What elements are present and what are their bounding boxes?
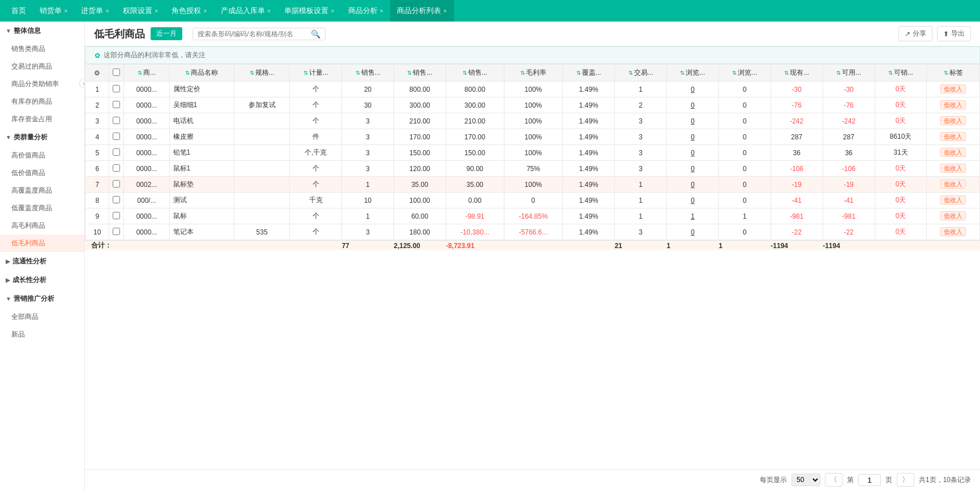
next-page-button[interactable]: 〉 <box>897 473 914 487</box>
row-name: 测试 <box>169 193 234 208</box>
share-button[interactable]: ↗ 分享 <box>898 26 932 41</box>
sidebar-section-liquidity[interactable]: ▶ 流通性分析 <box>0 252 84 271</box>
row-checkbox[interactable] <box>109 177 124 193</box>
row-view1[interactable]: 0 <box>667 82 719 97</box>
nav-template-settings[interactable]: 单据模板设置 × <box>277 0 341 22</box>
nav-role-auth[interactable]: 角色授权 × <box>165 0 213 22</box>
row-checkbox[interactable] <box>109 129 124 145</box>
row-checkbox[interactable] <box>109 97 124 113</box>
col-coverage[interactable]: ⇅覆盖... <box>563 65 615 82</box>
nav-product-analysis[interactable]: 商品分析 × <box>341 0 390 22</box>
select-all-checkbox[interactable] <box>113 69 120 76</box>
sidebar-item-stock-products[interactable]: 有库存的商品 <box>0 93 84 110</box>
row-sales-amt: 800.00 <box>394 82 446 97</box>
row-view1[interactable]: 0 <box>667 161 719 177</box>
sidebar-item-sales-products[interactable]: 销售类商品 <box>0 40 84 58</box>
col-settings[interactable]: ⚙ <box>85 65 109 82</box>
nav-product-analysis-list[interactable]: 商品分析列表 × <box>390 0 453 22</box>
close-icon[interactable]: × <box>443 7 447 14</box>
close-icon[interactable]: × <box>155 7 158 14</box>
row-view1[interactable]: 1 <box>667 208 719 224</box>
nav-purchase-order[interactable]: 进货单 × <box>74 0 115 22</box>
row-view1[interactable]: 0 <box>667 145 719 161</box>
col-sales-profit[interactable]: ⇅销售... <box>446 65 504 82</box>
col-code[interactable]: ⇅商... <box>124 65 169 82</box>
col-view2[interactable]: ⇅浏览... <box>718 65 771 82</box>
row-view1[interactable]: 0 <box>667 129 719 145</box>
row-name: 鼠标1 <box>169 161 234 177</box>
sidebar-section-growth[interactable]: ▶ 成长性分析 <box>0 271 84 289</box>
search-input[interactable] <box>198 30 311 38</box>
row-code: 0000... <box>124 161 169 177</box>
sidebar-section-marketing[interactable]: ▼ 营销推广分析 <box>0 289 84 308</box>
close-icon[interactable]: × <box>267 7 271 14</box>
col-gross-margin[interactable]: ⇅毛利率 <box>504 65 563 82</box>
sidebar-item-low-coverage[interactable]: 低覆盖度商品 <box>0 199 84 217</box>
col-unit[interactable]: ⇅计量... <box>290 65 342 82</box>
col-tag[interactable]: ⇅标签 <box>927 65 980 82</box>
col-salable-stock[interactable]: ⇅可销... <box>875 65 927 82</box>
row-checkbox[interactable] <box>109 82 124 97</box>
nav-sales-order[interactable]: 销货单 × <box>33 0 74 22</box>
nav-product-inbound[interactable]: 产成品入库单 × <box>214 0 277 22</box>
row-view1[interactable]: 0 <box>667 224 719 241</box>
col-trade-count[interactable]: ⇅交易... <box>615 65 667 82</box>
close-icon[interactable]: × <box>331 7 334 14</box>
row-sales-qty: 3 <box>342 224 394 241</box>
sidebar-item-all-products[interactable]: 全部商品 <box>0 308 84 326</box>
col-sales-amt[interactable]: ⇅销售... <box>394 65 446 82</box>
col-select-all[interactable] <box>109 65 124 82</box>
close-icon[interactable]: × <box>64 7 67 14</box>
close-icon[interactable]: × <box>380 7 383 14</box>
row-checkbox[interactable] <box>109 208 124 224</box>
sidebar-section-overview[interactable]: ▼ 整体信息 <box>0 22 84 40</box>
sidebar-item-high-coverage[interactable]: 高覆盖度商品 <box>0 182 84 199</box>
row-name: 鼠标 <box>169 208 234 224</box>
nav-home[interactable]: 首页 <box>5 0 33 22</box>
page-suffix: 页 <box>885 475 892 485</box>
col-available-stock[interactable]: ⇅可用... <box>823 65 875 82</box>
prev-page-button[interactable]: 〈 <box>825 473 842 487</box>
page-number-input[interactable] <box>858 474 881 486</box>
row-salable-stock: 0天 <box>875 177 927 193</box>
sidebar: ▼ 整体信息 销售类商品 交易过的商品 商品分类助销率 有库存的商品 库存资金占… <box>0 22 85 490</box>
sidebar-item-category-rate[interactable]: 商品分类助销率 <box>0 75 84 93</box>
row-checkbox[interactable] <box>109 113 124 129</box>
table-row: 4 0000... 橡皮擦 件 3 170.00 170.00 100% 1.4… <box>85 129 980 145</box>
row-sales-profit: 800.00 <box>446 82 504 97</box>
row-checkbox[interactable] <box>109 193 124 208</box>
row-view1[interactable]: 0 <box>667 97 719 113</box>
row-checkbox[interactable] <box>109 145 124 161</box>
col-view1[interactable]: ⇅浏览... <box>667 65 719 82</box>
per-page-select[interactable]: 50 100 200 <box>791 474 820 486</box>
sidebar-section-cluster[interactable]: ▼ 类群量分析 <box>0 128 84 147</box>
row-checkbox[interactable] <box>109 161 124 177</box>
row-view1[interactable]: 0 <box>667 193 719 208</box>
chevron-down-icon: ▼ <box>6 296 11 302</box>
row-trade-count: 1 <box>615 177 667 193</box>
close-icon[interactable]: × <box>105 7 109 14</box>
row-available-stock: -41 <box>823 193 875 208</box>
close-icon[interactable]: × <box>203 7 207 14</box>
sidebar-item-low-margin[interactable]: 低毛利商品 <box>0 235 84 252</box>
col-sales-qty[interactable]: ⇅销售... <box>342 65 394 82</box>
export-button[interactable]: ⬆ 导出 <box>937 26 971 41</box>
sidebar-item-low-value[interactable]: 低价值商品 <box>0 164 84 182</box>
col-current-stock[interactable]: ⇅现有... <box>771 65 823 82</box>
search-icon[interactable]: 🔍 <box>311 29 320 39</box>
sidebar-item-capital[interactable]: 库存资金占用 <box>0 110 84 128</box>
row-view1[interactable]: 0 <box>667 113 719 129</box>
time-filter-button[interactable]: 近一月 <box>151 27 182 40</box>
sidebar-item-traded-products[interactable]: 交易过的商品 <box>0 58 84 75</box>
nav-permission-settings[interactable]: 权限设置 × <box>116 0 165 22</box>
per-page-label: 每页显示 <box>760 475 787 485</box>
col-name[interactable]: ⇅商品名称 <box>169 65 234 82</box>
sidebar-item-new-products[interactable]: 新品 <box>0 326 84 343</box>
row-view1[interactable]: 0 <box>667 177 719 193</box>
col-spec[interactable]: ⇅规格... <box>234 65 289 82</box>
row-checkbox[interactable] <box>109 224 124 241</box>
row-sales-qty: 3 <box>342 145 394 161</box>
sidebar-item-high-value[interactable]: 高价值商品 <box>0 147 84 164</box>
sidebar-item-high-margin[interactable]: 高毛利商品 <box>0 217 84 235</box>
table-row: 9 0000... 鼠标 个 1 60.00 -98.91 -164.85% 1… <box>85 208 980 224</box>
